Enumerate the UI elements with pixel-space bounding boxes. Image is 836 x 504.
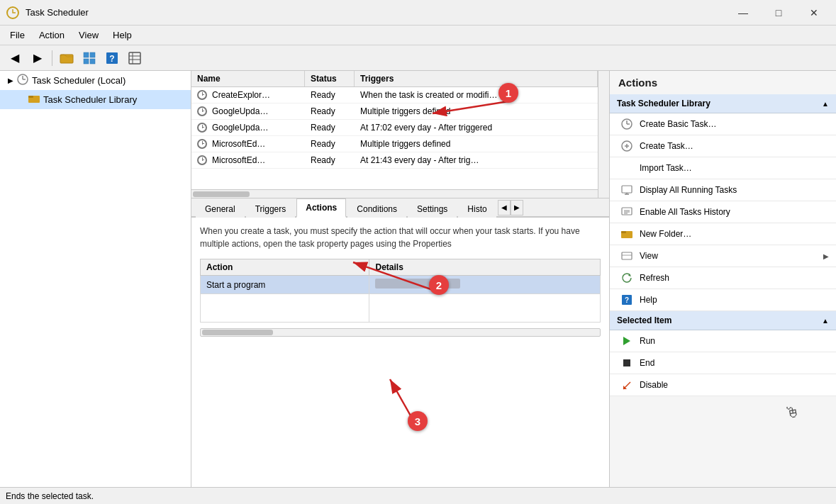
task-triggers-2: Multiple triggers defined [355, 105, 598, 118]
tree-root[interactable]: ▶ Task Scheduler (Local) [0, 71, 191, 90]
svg-rect-27 [622, 186, 632, 193]
svg-text:?: ? [109, 54, 114, 64]
app-icon [6, 6, 20, 20]
task-list-header: Name Status Triggers [191, 71, 598, 87]
task-status-1: Ready [305, 89, 355, 101]
task-status-5: Ready [305, 154, 355, 167]
enable-history-label: Enable All Tasks History [640, 207, 730, 217]
svg-rect-6 [84, 52, 89, 57]
submenu-arrow-icon: ▶ [823, 252, 829, 260]
chevron-up-icon-2: ▲ [822, 317, 829, 325]
tab-scroll-right[interactable]: ▶ [511, 200, 523, 215]
help-label: Help [640, 295, 657, 305]
actions-table: Action Details Start a program [200, 259, 601, 323]
create-task-label: Create Task… [640, 141, 693, 151]
blurred-details [375, 279, 460, 289]
display-running-icon [620, 183, 634, 197]
section-label-selected: Selected Item [617, 315, 671, 325]
svg-rect-20 [28, 96, 33, 98]
task-status-2: Ready [305, 105, 355, 118]
task-status-4: Ready [305, 138, 355, 150]
task-list-body[interactable]: CreateExplor… Ready When the task is cre… [191, 87, 598, 189]
action-disable[interactable]: Disable [610, 374, 836, 396]
task-triggers-1: When the task is created or modifi… [355, 89, 598, 101]
chevron-up-icon: ▲ [822, 100, 829, 108]
svg-text:?: ? [625, 296, 629, 304]
action-run[interactable]: Run [610, 330, 836, 352]
col-header-action: Action [201, 259, 369, 276]
action-refresh[interactable]: Refresh [610, 267, 836, 289]
toolbar-forward[interactable]: ▶ [27, 48, 48, 68]
disable-label: Disable [640, 380, 668, 390]
vertical-scrollbar[interactable] [598, 71, 609, 198]
action-create-task[interactable]: Create Task… [610, 135, 836, 157]
actions-panel-header: Actions [610, 71, 836, 94]
action-help[interactable]: ? Help [610, 289, 836, 311]
close-button[interactable]: ✕ [798, 2, 830, 23]
task-name-3: GoogleUpda… [212, 123, 268, 133]
table-row[interactable]: GoogleUpda… Ready At 17:02 every day - A… [191, 120, 598, 136]
svg-rect-35 [621, 231, 626, 233]
tab-triggers[interactable]: Triggers [246, 200, 296, 218]
action-import-task[interactable]: Import Task… [610, 157, 836, 179]
horizontal-scrollbar[interactable] [191, 189, 598, 198]
table-scrollbar-thumb[interactable] [202, 330, 273, 335]
tab-history[interactable]: Histo [458, 200, 496, 218]
action-create-basic-task[interactable]: Create Basic Task… [610, 113, 836, 135]
help-icon: ? [620, 293, 634, 307]
toolbar-folder[interactable] [56, 48, 77, 68]
details-cell [369, 276, 601, 294]
tab-conditions[interactable]: Conditions [347, 200, 406, 218]
action-display-running[interactable]: Display All Running Tasks [610, 179, 836, 201]
toolbar-help[interactable]: ? [101, 48, 123, 68]
menubar: File Action View Help [0, 26, 836, 45]
task-triggers-3: At 17:02 every day - After triggered [355, 121, 598, 134]
menu-file[interactable]: File [3, 27, 32, 43]
section-header-library[interactable]: Task Scheduler Library ▲ [610, 94, 836, 113]
scrollbar-thumb[interactable] [193, 191, 250, 197]
empty-details [369, 294, 601, 323]
toolbar-grid2[interactable] [124, 48, 145, 68]
toolbar-grid[interactable] [79, 48, 100, 68]
table-row[interactable]: GoogleUpda… Ready Multiple triggers defi… [191, 103, 598, 120]
task-clock-icon [197, 106, 207, 116]
col-header-triggers: Triggers [355, 71, 598, 86]
table-row-empty [201, 294, 601, 323]
tab-settings[interactable]: Settings [408, 200, 457, 218]
svg-rect-12 [129, 52, 140, 64]
view-icon [620, 249, 634, 263]
table-row[interactable]: Start a program [201, 276, 601, 294]
table-row[interactable]: MicrosoftEd… Ready Multiple triggers def… [191, 136, 598, 152]
action-view[interactable]: View ▶ [610, 245, 836, 267]
table-scrollbar[interactable] [200, 328, 601, 337]
task-name-5: MicrosoftEd… [212, 155, 265, 165]
table-row[interactable]: MicrosoftEd… Ready At 21:43 every day - … [191, 152, 598, 169]
action-enable-history[interactable]: Enable All Tasks History [610, 201, 836, 223]
detail-area: General Triggers Actions Conditions Sett… [191, 198, 609, 487]
toolbar-back[interactable]: ◀ [4, 48, 26, 68]
create-basic-task-icon [620, 117, 634, 131]
table-row[interactable]: CreateExplor… Ready When the task is cre… [191, 87, 598, 103]
actions-description: When you create a task, you must specify… [200, 225, 601, 250]
maximize-button[interactable]: □ [762, 2, 795, 23]
menu-view[interactable]: View [72, 27, 106, 43]
disable-icon [620, 378, 634, 392]
action-new-folder[interactable]: New Folder… [610, 223, 836, 245]
tab-scroll-left[interactable]: ◀ [498, 200, 511, 215]
svg-rect-8 [84, 59, 89, 64]
action-end[interactable]: End [610, 352, 836, 374]
tree-library[interactable]: Task Scheduler Library [0, 90, 191, 109]
section-header-selected[interactable]: Selected Item ▲ [610, 311, 836, 330]
col-header-name: Name [191, 71, 305, 86]
task-triggers-5: At 21:43 every day - After trig… [355, 154, 598, 167]
new-folder-icon [620, 227, 634, 241]
svg-rect-36 [622, 252, 632, 259]
tab-general[interactable]: General [196, 200, 245, 218]
menu-help[interactable]: Help [106, 27, 139, 43]
menu-action[interactable]: Action [32, 27, 72, 43]
svg-line-44 [623, 382, 630, 389]
minimize-button[interactable]: — [727, 2, 759, 23]
task-clock-icon [197, 90, 207, 100]
task-list: Name Status Triggers CreateExplor… Ready [191, 71, 609, 198]
tab-actions[interactable]: Actions [296, 198, 346, 218]
